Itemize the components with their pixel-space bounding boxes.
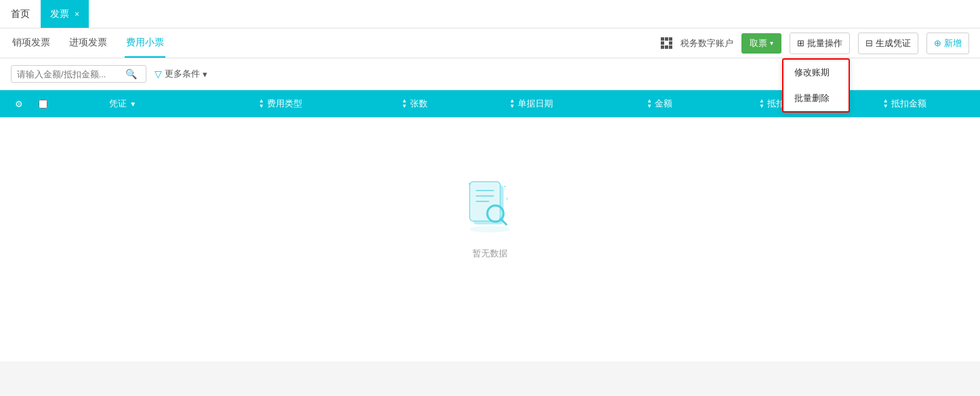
- nav-tab-close[interactable]: ×: [75, 9, 79, 19]
- amount-sort-icon: ▲▼: [647, 98, 652, 109]
- th-date[interactable]: ▲▼ 单据日期: [462, 98, 602, 110]
- th-checkbox[interactable]: [33, 100, 53, 108]
- tab-expense[interactable]: 费用小票: [125, 28, 165, 58]
- tab-input[interactable]: 进项发票: [68, 28, 108, 58]
- generate-icon: ⊟: [865, 38, 873, 48]
- deduct-amount-sort-icon: ▲▼: [883, 98, 889, 109]
- svg-point-7: [491, 209, 500, 218]
- svg-point-10: [504, 186, 506, 187]
- nav-tab-invoice[interactable]: 发票 ×: [41, 0, 89, 28]
- th-deduct-amount[interactable]: ▲▼ 抵扣金额: [834, 98, 975, 110]
- nav-home[interactable]: 首页: [0, 0, 41, 28]
- th-count[interactable]: ▲▼ 张数: [368, 98, 462, 110]
- add-button[interactable]: ⊕ 新增: [926, 33, 969, 54]
- select-all-checkbox[interactable]: [39, 100, 47, 108]
- qr-icon[interactable]: [661, 37, 672, 49]
- empty-text: 暂无数据: [472, 248, 508, 260]
- batch-dropdown-menu: 修改账期 批量删除: [782, 58, 850, 113]
- deduct-rate-sort-icon: ▲▼: [759, 98, 764, 109]
- more-conditions-arrow: ▾: [203, 69, 207, 79]
- batch-icon: ⊞: [797, 38, 804, 48]
- th-amount[interactable]: ▲▼ 金额: [601, 98, 718, 110]
- empty-illustration: [456, 172, 524, 239]
- svg-point-9: [469, 183, 471, 185]
- svg-point-0: [470, 226, 510, 233]
- th-expense-type[interactable]: ▲▼ 费用类型: [193, 98, 368, 110]
- count-sort-icon: ▲▼: [402, 98, 407, 109]
- th-gear[interactable]: ⚙: [5, 99, 33, 109]
- tab-sales[interactable]: 销项发票: [11, 28, 52, 58]
- top-nav: 首页 发票 ×: [0, 0, 980, 28]
- search-wrap: 🔍: [11, 65, 146, 83]
- voucher-filter-icon: ▼: [129, 100, 136, 108]
- th-voucher[interactable]: 凭证 ▼: [53, 98, 193, 110]
- generate-voucher-button[interactable]: ⊟ 生成凭证: [858, 33, 918, 54]
- nav-tab-label: 发票: [50, 8, 69, 20]
- modify-period-item[interactable]: 修改账期: [783, 60, 849, 85]
- search-input[interactable]: [17, 69, 125, 79]
- add-icon: ⊕: [934, 38, 941, 48]
- date-sort-icon: ▲▼: [510, 98, 515, 109]
- more-conditions-button[interactable]: ▽ 更多条件 ▾: [155, 68, 207, 80]
- expense-sort-icon: ▲▼: [259, 98, 264, 109]
- batch-btn-wrap: ⊞ 批量操作 修改账期 批量删除: [790, 33, 850, 54]
- sub-nav-tabs: 销项发票 进项发票 费用小票: [11, 28, 165, 58]
- get-ticket-button[interactable]: 取票 ▾: [741, 33, 781, 54]
- svg-point-11: [506, 198, 508, 200]
- tax-account-link[interactable]: 税务数字账户: [680, 37, 733, 50]
- get-ticket-arrow: ▾: [770, 39, 773, 47]
- content-area: ⚙ 凭证 ▼ ▲▼ 费用类型 ▲▼ 张数 ▲▼ 单据日期 ▲▼ 金额 ▲▼ 抵扣…: [0, 90, 980, 361]
- sub-nav: 销项发票 进项发票 费用小票 税务数字账户 取票 ▾ ⊞ 批量操作 修改账期: [0, 28, 980, 58]
- search-icon[interactable]: 🔍: [125, 68, 137, 79]
- batch-operation-button[interactable]: ⊞ 批量操作: [790, 33, 850, 54]
- batch-delete-item[interactable]: 批量删除: [783, 85, 849, 111]
- sub-nav-actions: 税务数字账户 取票 ▾ ⊞ 批量操作 修改账期 批量删除 ⊟ 生成凭证 ⊕ 新增: [661, 33, 969, 54]
- filter-icon: ▽: [155, 68, 162, 79]
- empty-state: 暂无数据: [0, 117, 980, 287]
